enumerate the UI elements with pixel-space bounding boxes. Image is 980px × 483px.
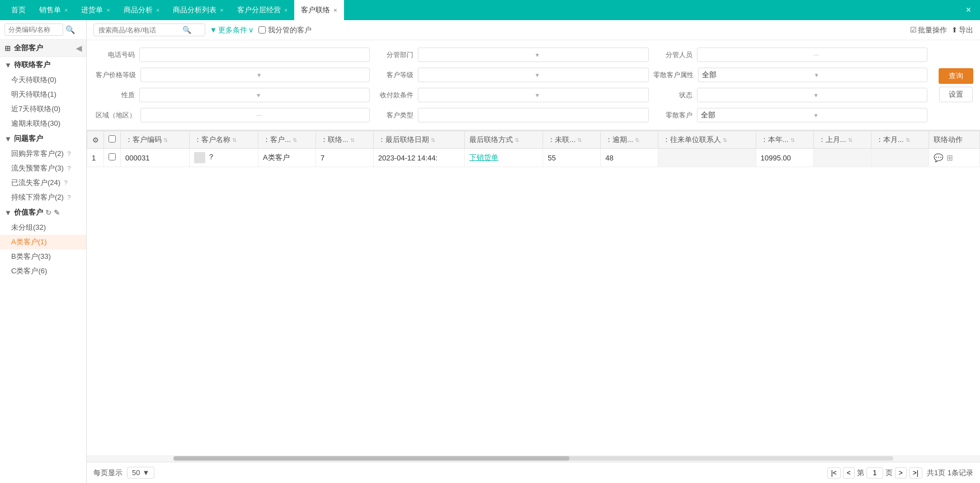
sidebar-item-overdue[interactable]: 逾期未联络(30)	[0, 116, 86, 131]
sort-icon-last-way[interactable]: ⇅	[515, 137, 519, 143]
sort-icon-code[interactable]: ⇅	[163, 137, 168, 143]
nav-customer-segment-close[interactable]: ×	[284, 7, 288, 13]
sidebar-group-problem[interactable]: ▼ 问题客户	[0, 131, 86, 146]
nav-product-analysis[interactable]: 商品分析 ×	[117, 0, 166, 20]
nav-product-list-close[interactable]: ×	[220, 7, 223, 13]
nav-sales-close[interactable]: ×	[64, 7, 68, 13]
scrollbar-thumb[interactable]	[173, 456, 569, 461]
filter-payment-select[interactable]: ▼	[418, 88, 648, 102]
td-last-way[interactable]: 下销货单	[465, 149, 543, 167]
filter-phone-input[interactable]	[139, 48, 370, 62]
sidebar-item-b-class[interactable]: B类客户(33)	[0, 249, 86, 264]
my-customer-check[interactable]	[258, 26, 266, 34]
sidebar-collapse-icon[interactable]: ◀	[76, 44, 82, 53]
refresh-icon[interactable]: ↻	[45, 209, 51, 217]
td-name[interactable]: ？	[190, 149, 258, 167]
sort-icon-last-date[interactable]: ⇅	[431, 137, 435, 143]
horizontal-scrollbar-area	[87, 455, 980, 462]
nav-customer-contact[interactable]: 客户联络 ×	[294, 0, 343, 20]
grid-icon: ⊞	[4, 44, 11, 53]
filter-manager-input[interactable]: ···	[697, 48, 927, 62]
my-customer-checkbox[interactable]: 我分管的客户	[258, 25, 312, 35]
filter-customer-grade-select[interactable]: ▼	[418, 68, 648, 82]
page-number-input[interactable]	[866, 467, 883, 479]
more-filter-btn[interactable]: ▼ 更多条件 ∨	[210, 25, 254, 35]
grid-action-icon[interactable]: ⊞	[946, 153, 953, 162]
row-checkbox[interactable]	[109, 153, 116, 160]
sort-icon-overdue[interactable]: ⇅	[635, 137, 639, 143]
sort-icon-no-contact[interactable]: ⇅	[577, 137, 582, 143]
manager-dots-icon[interactable]: ···	[813, 51, 924, 59]
nav-customer-contact-close[interactable]: ×	[333, 7, 337, 13]
filter-region-input[interactable]: ···	[140, 108, 370, 122]
filter-phone-label: 电话号码	[96, 50, 135, 60]
table-header-row: ⚙ ：客户编码 ⇅ ：客户名称 ⇅	[87, 131, 980, 149]
export-btn[interactable]: ⬆ 导出	[951, 25, 973, 35]
sort-icon-contact[interactable]: ⇅	[350, 137, 355, 143]
last-way-link[interactable]: 下销货单	[469, 153, 498, 162]
first-page-btn[interactable]: |<	[827, 467, 841, 479]
sidebar-item-declining[interactable]: 持续下滑客户(2) ?	[0, 190, 86, 205]
sort-icon-type[interactable]: ⇅	[293, 137, 297, 143]
nav-customer-segment[interactable]: 客户分层经营 ×	[230, 0, 294, 20]
nav-purchase-close[interactable]: ×	[106, 7, 110, 13]
next-page-btn[interactable]: >	[895, 467, 907, 479]
sidebar-item-abnormal[interactable]: 回购异常客户(2) ?	[0, 146, 86, 161]
setting-button[interactable]: 设置	[939, 87, 973, 102]
filter-retail-attr-select[interactable]: 全部 ▼	[698, 68, 927, 82]
sort-icon-this-month[interactable]: ⇅	[906, 137, 910, 143]
th-checkbox[interactable]	[104, 131, 121, 149]
chat-action-icon[interactable]: 💬	[934, 153, 943, 162]
nav-home[interactable]: 首页	[4, 0, 32, 20]
th-gear[interactable]: ⚙	[87, 131, 104, 149]
filter-nature-select[interactable]: ▼	[139, 88, 370, 102]
rc-arrow-icon: ▼	[813, 112, 924, 119]
last-page-btn[interactable]: >|	[909, 467, 922, 479]
sidebar-item-c-class[interactable]: C类客户(6)	[0, 264, 86, 278]
filter-dept-label: 分管部门	[374, 50, 413, 60]
sidebar-group-pending[interactable]: ▼ 待联络客户	[0, 57, 86, 73]
arrow-icon: ▼	[4, 61, 12, 69]
td-checkbox[interactable]	[104, 149, 121, 167]
nav-product-list[interactable]: 商品分析列表 ×	[166, 0, 230, 20]
question-icon-4: ?	[67, 194, 70, 201]
sidebar-search-icon[interactable]: 🔍	[65, 25, 75, 34]
sidebar-group-value[interactable]: ▼ 价值客户 ↻ ✎	[0, 205, 86, 220]
batch-op-btn[interactable]: ☑ 批量操作	[910, 25, 947, 35]
main-search-input[interactable]	[98, 26, 182, 34]
query-button[interactable]: 查询	[939, 68, 973, 84]
customer-avatar	[194, 152, 205, 163]
filter-fields: 电话号码 分管部门 ▼ 分管人员 ···	[87, 40, 936, 130]
sort-icon-this-year[interactable]: ⇅	[790, 137, 795, 143]
region-dots-icon[interactable]: ···	[256, 111, 366, 119]
close-all-btn[interactable]: ×	[962, 5, 976, 15]
sidebar-item-7days[interactable]: 近7天待联络(0)	[0, 102, 86, 116]
sidebar-item-churned[interactable]: 已流失客户(24) ?	[0, 176, 86, 190]
page-size-selector[interactable]: 50 ▼	[127, 467, 154, 479]
nav-purchase[interactable]: 进货单 ×	[74, 0, 116, 20]
prev-page-btn[interactable]: <	[843, 467, 855, 479]
nav-sales[interactable]: 销售单 ×	[32, 0, 74, 20]
nav-product-analysis-close[interactable]: ×	[156, 7, 159, 13]
sort-icon-person[interactable]: ⇅	[723, 137, 727, 143]
filter-customer-type-input[interactable]	[418, 108, 648, 122]
question-icon-1: ?	[67, 150, 70, 157]
main-search-icon[interactable]: 🔍	[182, 26, 191, 34]
edit-icon[interactable]: ✎	[54, 209, 60, 217]
sidebar-item-churn-warning[interactable]: 流失预警客户(3) ?	[0, 161, 86, 176]
filter-price-select[interactable]: ▼	[140, 68, 370, 82]
sort-icon-last-month[interactable]: ⇅	[848, 137, 852, 143]
scrollbar-track[interactable]	[173, 456, 893, 461]
sort-icon-name[interactable]: ⇅	[232, 137, 237, 143]
select-all-checkbox[interactable]	[109, 135, 116, 143]
filter-status-select[interactable]: ▼	[697, 88, 927, 102]
sidebar-item-a-class[interactable]: A类客户(1)	[0, 235, 86, 249]
filter-dept-select[interactable]: ▼	[418, 48, 648, 62]
sidebar-item-ungroup[interactable]: 未分组(32)	[0, 220, 86, 235]
sidebar-item-today[interactable]: 今天待联络(0)	[0, 73, 86, 87]
th-last-month: ：上月... ⇅	[813, 131, 871, 149]
th-last-date: ：最后联络日期 ⇅	[373, 131, 464, 149]
sidebar-search-input[interactable]	[4, 23, 63, 36]
filter-retail-customer-select[interactable]: 全部 ▼	[697, 108, 927, 122]
sidebar-item-tomorrow[interactable]: 明天待联络(1)	[0, 87, 86, 102]
